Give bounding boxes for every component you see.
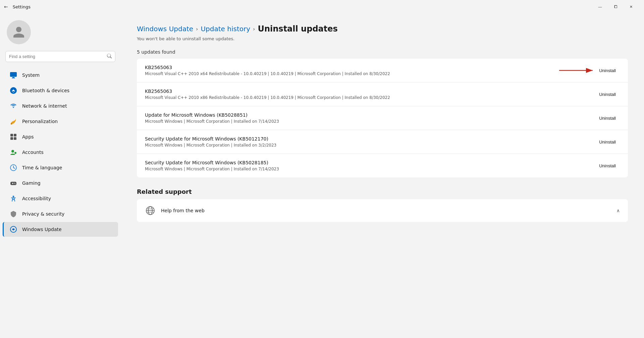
window-controls: — ⧠ ✕ (592, 1, 639, 12)
svg-rect-9 (10, 137, 13, 140)
arrow-annotation (557, 65, 598, 75)
breadcrumb-windows-update[interactable]: Windows Update (137, 25, 193, 33)
subtitle: You won't be able to uninstall some upda… (137, 36, 628, 41)
update-item-3: Security Update for Microsoft Windows (K… (137, 130, 628, 154)
update-details-3: Microsoft Windows | Microsoft Corporatio… (145, 143, 590, 148)
svg-point-21 (13, 196, 14, 198)
close-button[interactable]: ✕ (623, 1, 639, 12)
chevron-up-icon: ∧ (616, 208, 620, 213)
breadcrumb: Windows Update › Update history › Uninst… (137, 24, 628, 34)
update-details-1: Microsoft Visual C++ 2010 x86 Redistribu… (145, 95, 590, 100)
svg-rect-1 (12, 77, 14, 78)
update-name-3: Security Update for Microsoft Windows (K… (145, 136, 590, 142)
svg-line-15 (13, 168, 15, 168)
update-item-2: Update for Microsoft Windows (KB5028851)… (137, 106, 628, 130)
sidebar-item-windows-update[interactable]: Windows Update (3, 222, 118, 237)
time-icon (9, 164, 17, 172)
gaming-icon (9, 179, 17, 187)
update-name-2: Update for Microsoft Windows (KB5028851) (145, 112, 590, 118)
update-item-4: Security Update for Microsoft Windows (K… (137, 154, 628, 177)
update-icon (9, 225, 17, 233)
update-name-4: Security Update for Microsoft Windows (K… (145, 160, 590, 165)
sidebar-item-label-bluetooth: Bluetooth & devices (22, 88, 69, 93)
related-support-section: Related support Help from the web (137, 188, 628, 222)
update-details-2: Microsoft Windows | Microsoft Corporatio… (145, 119, 590, 124)
svg-point-12 (14, 152, 16, 154)
user-avatar (7, 20, 31, 44)
support-left: Help from the web (145, 205, 205, 216)
back-icon[interactable]: ← (4, 4, 8, 9)
sidebar-item-label-personalization: Personalization (22, 119, 58, 124)
update-info-1: KB2565063 Microsoft Visual C++ 2010 x86 … (145, 89, 590, 100)
svg-rect-6 (11, 123, 12, 124)
sidebar-item-personalization[interactable]: Personalization (3, 114, 118, 129)
sidebar-item-time[interactable]: Time & language (3, 160, 118, 175)
sidebar-item-label-time: Time & language (22, 165, 62, 170)
privacy-icon (9, 210, 17, 218)
support-card-web[interactable]: Help from the web ∧ (137, 199, 628, 222)
sidebar-item-apps[interactable]: Apps (3, 129, 118, 144)
uninstall-button-3[interactable]: Uninstall (595, 137, 620, 147)
update-info-3: Security Update for Microsoft Windows (K… (145, 136, 590, 148)
svg-rect-2 (12, 78, 15, 78)
search-box[interactable] (5, 51, 115, 62)
app-body: System ⬘ Bluetooth & devices Network & i… (0, 13, 644, 338)
sidebar-item-bluetooth[interactable]: ⬘ Bluetooth & devices (3, 83, 118, 98)
svg-point-11 (11, 150, 14, 153)
title-bar: ← Settings — ⧠ ✕ (0, 0, 644, 13)
sidebar-item-accessibility[interactable]: Accessibility (3, 191, 118, 206)
uninstall-button-1[interactable]: Uninstall (595, 90, 620, 99)
sidebar-item-gaming[interactable]: Gaming (3, 176, 118, 190)
sidebar-item-label-system: System (22, 72, 40, 78)
search-input[interactable] (9, 54, 104, 59)
breadcrumb-separator-1: › (196, 26, 198, 32)
update-item-1: KB2565063 Microsoft Visual C++ 2010 x86 … (137, 82, 628, 106)
svg-point-19 (14, 183, 15, 183)
svg-point-20 (15, 183, 15, 184)
breadcrumb-update-history[interactable]: Update history (201, 25, 250, 33)
sidebar-item-label-update: Windows Update (22, 227, 62, 232)
svg-point-5 (13, 107, 14, 108)
update-details-0: Microsoft Visual C++ 2010 x64 Redistribu… (145, 71, 590, 76)
sidebar-item-system[interactable]: System (3, 68, 118, 82)
accessibility-icon (9, 194, 17, 203)
svg-rect-8 (14, 134, 16, 136)
uninstall-button-4[interactable]: Uninstall (595, 161, 620, 170)
update-item-0: KB2565063 Microsoft Visual C++ 2010 x64 … (137, 59, 628, 82)
update-info-2: Update for Microsoft Windows (KB5028851)… (145, 112, 590, 124)
uninstall-button-2[interactable]: Uninstall (595, 114, 620, 123)
accounts-icon (9, 148, 17, 156)
page-title: Uninstall updates (258, 24, 337, 34)
uninstall-button-0[interactable]: Uninstall (595, 66, 620, 75)
update-name-0: KB2565063 (145, 65, 590, 70)
sidebar-item-accounts[interactable]: Accounts (3, 145, 118, 160)
window-title: Settings (13, 4, 31, 9)
updates-count: 5 updates found (137, 49, 628, 55)
sidebar-item-label-gaming: Gaming (22, 180, 41, 186)
sidebar: System ⬘ Bluetooth & devices Network & i… (0, 13, 121, 338)
apps-icon (9, 133, 17, 141)
sidebar-item-label-accessibility: Accessibility (22, 196, 51, 201)
brush-icon (9, 117, 17, 125)
network-icon (9, 102, 17, 110)
update-name-1: KB2565063 (145, 89, 590, 94)
sidebar-item-network[interactable]: Network & internet (3, 99, 118, 113)
search-icon (107, 53, 112, 60)
svg-rect-10 (14, 137, 16, 140)
person-icon (12, 25, 25, 39)
breadcrumb-separator-2: › (253, 26, 255, 32)
update-info-4: Security Update for Microsoft Windows (K… (145, 160, 590, 171)
minimize-button[interactable]: — (592, 1, 608, 12)
update-info-0: KB2565063 Microsoft Visual C++ 2010 x64 … (145, 65, 590, 76)
svg-rect-7 (10, 134, 13, 136)
update-details-4: Microsoft Windows | Microsoft Corporatio… (145, 167, 590, 171)
maximize-button[interactable]: ⧠ (608, 1, 623, 12)
svg-rect-0 (10, 72, 17, 77)
related-support-title: Related support (137, 188, 628, 195)
sidebar-item-privacy[interactable]: Privacy & security (3, 207, 118, 221)
updates-list: KB2565063 Microsoft Visual C++ 2010 x64 … (137, 59, 628, 177)
svg-text:⬘: ⬘ (12, 88, 15, 93)
bluetooth-icon: ⬘ (9, 87, 17, 95)
sidebar-item-label-accounts: Accounts (22, 150, 44, 155)
sidebar-item-label-privacy: Privacy & security (22, 211, 64, 217)
